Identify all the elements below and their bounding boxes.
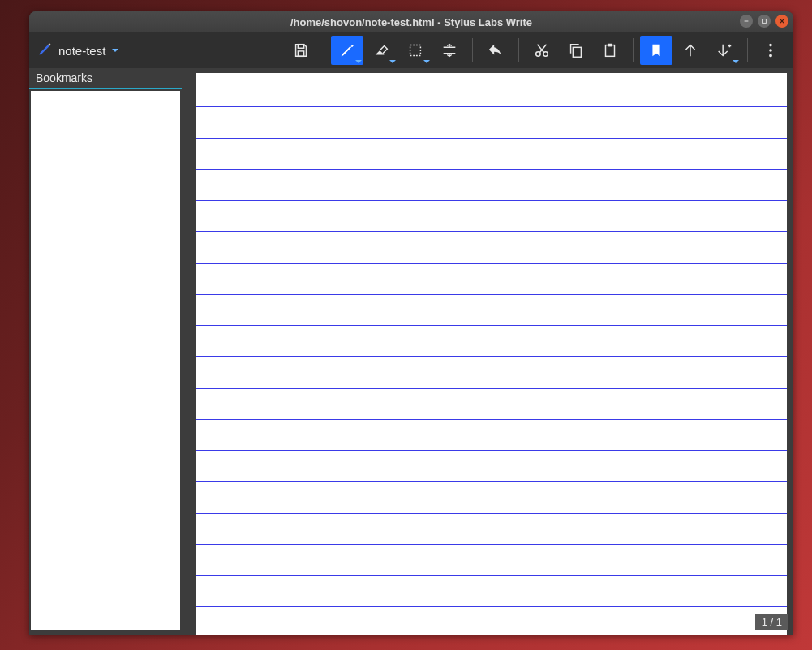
- svg-rect-5: [298, 51, 303, 56]
- chevron-down-icon: [423, 60, 430, 63]
- minimize-button[interactable]: [740, 15, 753, 28]
- eraser-icon: [372, 41, 390, 59]
- insert-space-button[interactable]: [433, 36, 466, 65]
- rule-line: [196, 356, 787, 357]
- toolbar-separator: [633, 38, 634, 62]
- cut-icon: [533, 41, 551, 59]
- next-page-button[interactable]: [708, 36, 741, 65]
- paste-icon: [601, 41, 619, 59]
- select-tool-button[interactable]: [399, 36, 432, 65]
- rule-line: [196, 419, 787, 420]
- rule-line: [196, 388, 787, 389]
- bookmark-button[interactable]: [640, 36, 672, 65]
- chevron-down-icon: [389, 60, 396, 63]
- svg-rect-4: [298, 45, 303, 49]
- rule-line: [196, 294, 787, 295]
- undo-button[interactable]: [479, 36, 512, 65]
- copy-button[interactable]: [560, 36, 592, 65]
- window-title: /home/shovon/note-test.html - Stylus Lab…: [290, 16, 532, 28]
- prev-page-button[interactable]: [674, 36, 707, 65]
- canvas-area: 1 / 1: [182, 68, 793, 635]
- toolbar: note-test: [29, 32, 793, 68]
- insert-space-icon: [440, 41, 458, 59]
- sidebar-header: Bookmarks: [29, 70, 182, 89]
- pen-icon: [338, 41, 356, 59]
- cut-button[interactable]: [526, 36, 558, 65]
- page-canvas[interactable]: [196, 73, 787, 635]
- maximize-button[interactable]: [758, 15, 771, 28]
- kebab-menu-icon: [762, 41, 780, 59]
- rule-line: [196, 200, 787, 201]
- rule-line: [196, 169, 787, 170]
- svg-rect-12: [606, 45, 615, 57]
- save-icon: [292, 41, 310, 59]
- page-total: 1: [776, 616, 782, 628]
- document-name: note-test: [58, 44, 105, 58]
- rule-line: [196, 325, 787, 326]
- rule-line: [196, 138, 787, 139]
- svg-rect-1: [763, 19, 767, 24]
- window-controls: [740, 15, 788, 28]
- svg-point-15: [769, 49, 772, 52]
- toolbar-separator: [472, 38, 473, 62]
- rule-line: [196, 544, 787, 545]
- rule-line: [196, 606, 787, 607]
- toolbar-separator: [518, 38, 519, 62]
- chevron-down-icon: [733, 60, 739, 63]
- rule-line: [196, 575, 787, 576]
- margin-line: [273, 73, 273, 635]
- svg-rect-6: [410, 45, 421, 56]
- svg-rect-11: [573, 47, 581, 57]
- titlebar[interactable]: /home/shovon/note-test.html - Stylus Lab…: [29, 11, 793, 32]
- rule-line: [196, 106, 787, 107]
- document-title-area[interactable]: note-test: [36, 41, 118, 60]
- rule-line: [196, 450, 787, 451]
- menu-button[interactable]: [754, 36, 787, 65]
- undo-icon: [487, 41, 505, 59]
- page-indicator[interactable]: 1 / 1: [755, 614, 788, 630]
- toolbar-separator: [324, 38, 324, 62]
- pencil-icon: [37, 41, 54, 60]
- body-area: Bookmarks 1 / 1: [29, 68, 793, 635]
- close-button[interactable]: [775, 15, 788, 28]
- bookmarks-list[interactable]: [31, 91, 180, 630]
- save-button[interactable]: [285, 36, 317, 65]
- rule-line: [196, 481, 787, 482]
- chevron-down-icon: [112, 49, 118, 52]
- rule-line: [196, 231, 787, 232]
- arrow-up-icon: [681, 41, 699, 59]
- page-current: 1: [762, 616, 767, 628]
- svg-rect-13: [608, 44, 612, 47]
- svg-point-14: [769, 44, 772, 47]
- eraser-tool-button[interactable]: [365, 36, 397, 65]
- chevron-down-icon: [355, 60, 362, 63]
- toolbar-separator: [747, 38, 748, 62]
- app-window: /home/shovon/note-test.html - Stylus Lab…: [29, 11, 793, 635]
- sidebar: Bookmarks: [29, 68, 182, 635]
- rule-line: [196, 263, 787, 264]
- rule-line: [196, 513, 787, 514]
- svg-point-16: [769, 54, 772, 58]
- paste-button[interactable]: [594, 36, 626, 65]
- arrow-down-plus-icon: [715, 41, 733, 59]
- select-icon: [406, 41, 424, 59]
- bookmark-icon: [647, 41, 665, 59]
- pen-tool-button[interactable]: [331, 36, 363, 65]
- copy-icon: [567, 41, 585, 59]
